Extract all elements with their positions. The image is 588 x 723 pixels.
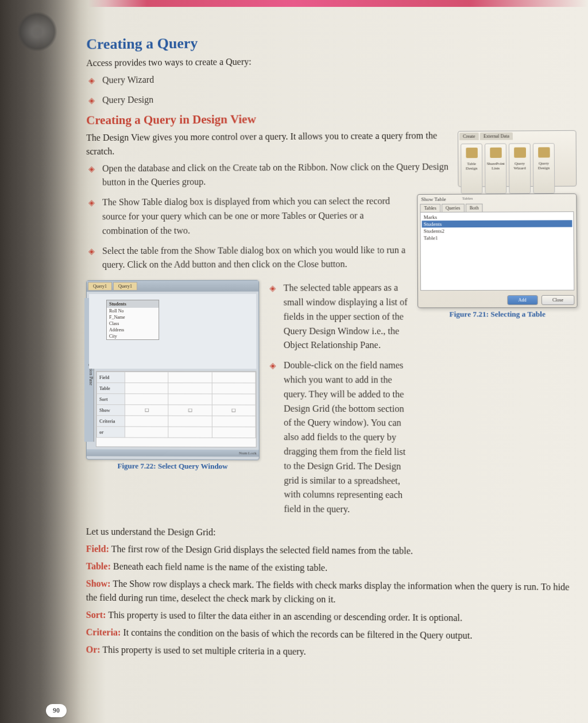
- step-item: Open the database and click on the Creat…: [86, 159, 577, 190]
- textbook-page: Creating a Query Access provides two way…: [0, 0, 588, 723]
- page-number: 90: [46, 704, 67, 717]
- grid-row-label: Table: [96, 383, 125, 394]
- def-text: It contains the condition on the basis o…: [123, 628, 472, 641]
- close-button: Close: [541, 295, 575, 304]
- field-item: Roll No: [107, 308, 158, 314]
- figure-query-window: Query1 Query1 Navigation Pane Students R…: [86, 280, 260, 471]
- table-field-list: Students Roll No F_Name Class Address Ci…: [106, 300, 159, 340]
- def-sort: Sort: This property is used to filter th…: [86, 608, 580, 626]
- field-item: City: [107, 333, 158, 339]
- qw-tabs: Query1 Query1: [87, 281, 258, 292]
- ribbon-tab: Create: [459, 132, 479, 140]
- grid-row-label: Show: [96, 405, 125, 416]
- step-item: Select the table from the Show Table dia…: [86, 242, 577, 272]
- design-grid: Field Table Sort Show☐☐☐ Criteria or: [96, 371, 257, 447]
- def-criteria: Criteria: It contains the condition on t…: [86, 625, 580, 644]
- def-text: This property is used to filter the data…: [108, 610, 462, 623]
- qw-tab: Query1: [113, 282, 137, 291]
- bullet-item: Query Design: [86, 90, 576, 107]
- field-item: Address: [107, 327, 158, 333]
- field-item: F_Name: [107, 314, 158, 320]
- def-text: The Show row displays a check mark. The …: [86, 579, 570, 604]
- step-item: The Show Table dialog box is displayed f…: [86, 194, 577, 238]
- def-text: The first row of the Design Grid display…: [111, 544, 413, 555]
- grid-row-label: or: [96, 427, 125, 438]
- def-show: Show: The Show row displays a check mark…: [86, 577, 580, 608]
- grid-lead: Let us understand the Design Grid:: [86, 525, 579, 542]
- def-label: Show:: [86, 578, 111, 588]
- intro-bullet-list: Query Wizard Query Design: [86, 69, 576, 107]
- figure-caption: Figure 7.22: Select Query Window: [86, 462, 260, 471]
- top-border: [0, 0, 588, 7]
- figure-caption: Figure 7.21: Selecting a Table: [417, 310, 578, 319]
- steps-list-2: The selected table appears as a small wi…: [267, 281, 411, 517]
- step-item: Double-click on the field names which yo…: [268, 358, 412, 517]
- page-content: Creating a Query Access provides two way…: [86, 26, 580, 665]
- field-item: Class: [107, 320, 158, 327]
- dialog-buttons: Add Close: [418, 292, 577, 307]
- intro-text: Access provides two ways to create a Que…: [86, 52, 575, 70]
- grid-row-label: Criteria: [96, 416, 125, 427]
- grid-row-label: Field: [96, 372, 125, 383]
- heading-main: Creating a Query: [86, 32, 575, 53]
- query-window-mock: Query1 Query1 Navigation Pane Students R…: [86, 280, 260, 461]
- def-or: Or: This property is used to set multipl…: [86, 643, 580, 661]
- def-field: Field: The first row of the Design Grid …: [86, 542, 579, 559]
- def-text: Beneath each field name is the name of t…: [113, 561, 327, 573]
- add-button: Add: [507, 295, 537, 305]
- def-label: Sort:: [86, 610, 106, 620]
- def-label: Or:: [86, 644, 100, 654]
- bullet-item: Query Wizard: [86, 69, 576, 88]
- object-relationship-pane: Students Roll No F_Name Class Address Ci…: [89, 294, 256, 369]
- def-label: Table:: [86, 561, 111, 571]
- def-text: This property is used to set multiple cr…: [102, 644, 305, 656]
- qw-tab: Query1: [88, 282, 112, 291]
- steps-list-1: Open the database and click on the Creat…: [86, 159, 577, 273]
- step-item: The selected table appears as a small wi…: [267, 281, 411, 353]
- table-name: Students: [107, 300, 158, 308]
- ribbon-tab: External Data: [480, 132, 513, 140]
- def-table: Table: Beneath each field name is the na…: [86, 559, 579, 577]
- design-intro-text: The Design View gives you more control o…: [86, 130, 437, 156]
- def-label: Field:: [86, 544, 109, 554]
- heading-sub: Creating a Query in Design View: [86, 110, 576, 127]
- def-label: Criteria:: [86, 627, 121, 637]
- status-bar: Num Lock: [87, 449, 259, 457]
- page-fold-shadow: [0, 0, 80, 723]
- grid-row-label: Sort: [96, 394, 125, 405]
